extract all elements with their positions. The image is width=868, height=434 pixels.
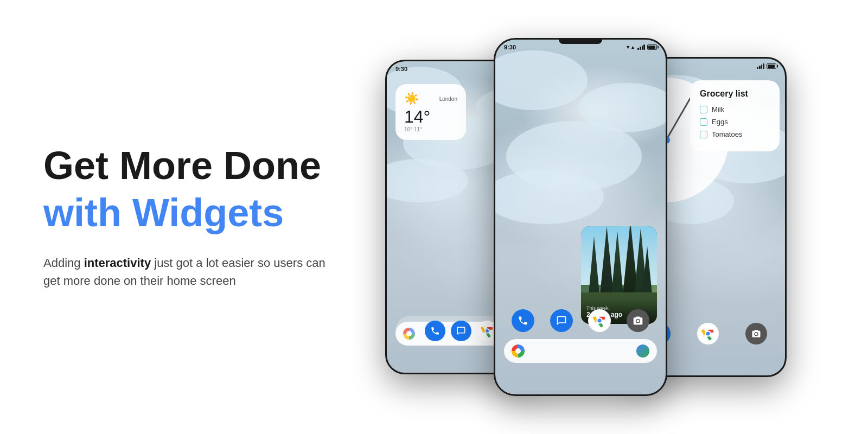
grocery-checkbox-eggs[interactable] xyxy=(700,118,707,126)
subtext: Adding interactivity just got a lot easi… xyxy=(43,254,326,290)
app-icon-messages-left[interactable] xyxy=(451,321,471,341)
app-icon-phone-center[interactable] xyxy=(512,309,534,332)
battery-icon-center xyxy=(647,44,657,50)
subtext-prefix: Adding xyxy=(43,256,84,270)
app-icon-camera-right[interactable] xyxy=(745,323,767,344)
signal-icon-right xyxy=(757,63,764,69)
google-logo-center xyxy=(512,344,525,358)
signal-icon-center xyxy=(637,44,645,50)
grocery-widget: Grocery list Milk Eggs Tomatoes xyxy=(690,80,780,151)
weather-sun-icon: ☀️ xyxy=(404,92,419,106)
grocery-title: Grocery list xyxy=(700,89,770,99)
weather-widget-top: ☀️ London xyxy=(404,92,457,106)
grocery-item-milk: Milk xyxy=(700,105,770,113)
app-icon-phone-left[interactable] xyxy=(425,321,445,341)
weather-widget: ☀️ London 14° 16° 11° xyxy=(395,84,466,140)
phone-center: 9:30 ▼▲ xyxy=(494,38,667,396)
grocery-label-eggs: Eggs xyxy=(712,118,728,126)
grocery-label-milk: Milk xyxy=(712,105,724,113)
chrome-icon-center xyxy=(592,313,607,328)
svg-point-4 xyxy=(598,319,602,323)
assistant-icon-center xyxy=(636,344,649,358)
battery-fill-center xyxy=(648,46,655,49)
grocery-label-tomatoes: Tomatoes xyxy=(712,130,742,138)
weather-range: 16° 11° xyxy=(404,126,457,132)
headline-line2: with Widgets xyxy=(43,192,326,234)
phone-center-time: 9:30 xyxy=(504,44,516,50)
google-g-inner-center xyxy=(515,348,521,354)
clock-hand-minute xyxy=(666,97,692,140)
phone-center-search[interactable] xyxy=(504,339,657,363)
chrome-icon-left xyxy=(480,323,495,339)
app-icon-chrome-center[interactable] xyxy=(588,309,611,332)
wifi-icon-center: ▼▲ xyxy=(626,44,635,50)
camera-icon-center xyxy=(633,315,643,326)
subtext-bold: interactivity xyxy=(84,256,151,270)
headline-line1: Get More Done xyxy=(43,144,326,187)
phone-center-app-row xyxy=(504,309,657,332)
messages-icon-center xyxy=(556,315,567,326)
grocery-checkbox-milk[interactable] xyxy=(700,106,707,113)
weather-temp: 14° xyxy=(404,108,457,125)
headline: Get More Done with Widgets xyxy=(43,144,326,234)
camera-icon-right xyxy=(751,329,761,339)
phone-left-time: 9:30 xyxy=(395,66,407,72)
phone-right-status-icons-right xyxy=(757,63,776,69)
phones-container: 9:30 ▲ ☀️ London 14° 16° 11° xyxy=(369,0,868,434)
phone-icon-center xyxy=(518,315,528,326)
phone-center-status-icons: ▼▲ xyxy=(626,44,657,50)
app-icon-camera-center[interactable] xyxy=(627,309,649,332)
chrome-icon-right xyxy=(700,326,716,341)
app-icon-messages-center[interactable] xyxy=(550,309,573,332)
grocery-checkbox-tomatoes[interactable] xyxy=(700,131,707,138)
left-panel: Get More Done with Widgets Adding intera… xyxy=(0,112,369,322)
svg-point-2 xyxy=(486,329,489,333)
battery-icon-right xyxy=(767,63,776,69)
center-cloud1 xyxy=(494,50,588,110)
messages-icon-left xyxy=(456,326,466,336)
grocery-item-tomatoes: Tomatoes xyxy=(700,130,770,138)
battery-fill-right xyxy=(768,65,775,68)
weather-city: London xyxy=(439,96,457,102)
phone-icon-left xyxy=(430,326,440,336)
svg-point-6 xyxy=(706,331,710,335)
phone-center-notch xyxy=(559,40,602,44)
center-cloud4 xyxy=(494,170,604,224)
grocery-item-eggs: Eggs xyxy=(700,118,770,126)
app-icon-chrome-right[interactable] xyxy=(697,323,719,344)
